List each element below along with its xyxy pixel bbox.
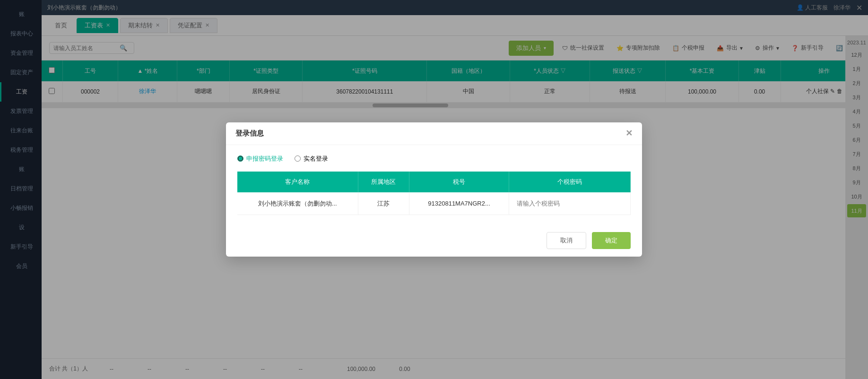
modal-title: 登录信息	[235, 129, 264, 138]
cancel-button[interactable]: 取消	[547, 232, 586, 249]
modal-header: 登录信息 ✕	[226, 122, 642, 145]
modal-body: 申报密码登录 实名登录 客户名称 所属地区 税号 个税密码	[226, 145, 642, 225]
col-region: 所属地区	[358, 172, 409, 192]
cell-tax-id: 91320811MA7NGR2...	[409, 192, 509, 215]
cell-password-input[interactable]	[509, 192, 630, 215]
radio-password-input[interactable]	[237, 155, 243, 162]
modal-footer: 取消 确定	[226, 224, 642, 257]
col-client-name: 客户名称	[237, 172, 358, 192]
radio-realname-input[interactable]	[295, 155, 301, 162]
col-itax-password: 个税密码	[509, 172, 630, 192]
radio-realname-login[interactable]: 实名登录	[295, 155, 328, 163]
login-table: 客户名称 所属地区 税号 个税密码 刘小艳演示账套（勿删勿动... 江苏 913…	[237, 172, 631, 215]
modal-close-button[interactable]: ✕	[625, 129, 633, 138]
radio-password-login[interactable]: 申报密码登录	[237, 155, 283, 163]
confirm-button[interactable]: 确定	[592, 232, 631, 249]
login-type-radio-group: 申报密码登录 实名登录	[237, 155, 631, 163]
modal-overlay: 登录信息 ✕ 申报密码登录 实名登录 客户名称 所属地区	[0, 0, 868, 379]
login-info-modal: 登录信息 ✕ 申报密码登录 实名登录 客户名称 所属地区	[226, 122, 642, 257]
login-table-row: 刘小艳演示账套（勿删勿动... 江苏 91320811MA7NGR2...	[237, 192, 631, 215]
itax-password-field[interactable]	[517, 200, 623, 207]
cell-client-name: 刘小艳演示账套（勿删勿动...	[237, 192, 358, 215]
cell-region: 江苏	[358, 192, 409, 215]
col-tax-id: 税号	[409, 172, 509, 192]
